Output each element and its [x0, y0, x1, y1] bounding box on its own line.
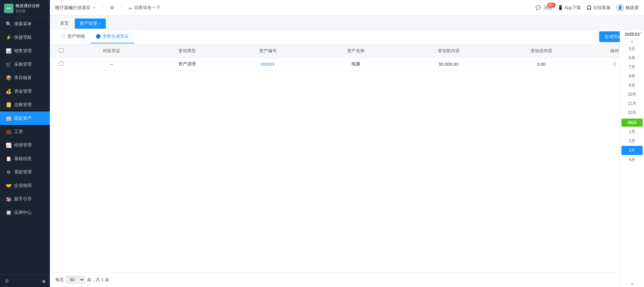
- row-checkbox[interactable]: [59, 61, 63, 66]
- sidebar-item-operation[interactable]: 📈 经营管理: [0, 138, 50, 152]
- salary-icon: 💼: [5, 129, 11, 134]
- sidebar-item-label: 企业协同: [14, 183, 32, 189]
- col-header-checkbox: [50, 44, 72, 58]
- fixed-icon: 🏢: [5, 116, 11, 121]
- sidebar: AtA 畅捷通好业财 普及版 🔍 搜索菜单 ⚡ 快捷导航 📊 销售管理 🛒 采购…: [0, 0, 50, 287]
- sidebar-item-sales[interactable]: 📊 销售管理: [0, 44, 50, 58]
- month-list: 5月 6月 7月 8月 9月 10月 11月: [620, 44, 644, 281]
- month-item-2023-2[interactable]: 2月: [620, 136, 644, 146]
- online-service-button[interactable]: 🎧 在线客服: [586, 5, 611, 11]
- sidebar-item-search[interactable]: 🔍 搜索菜单: [0, 17, 50, 31]
- sidebar-item-label: 应用中心: [14, 210, 32, 216]
- row-change-type: 资产清理: [151, 58, 224, 71]
- app-icon: 🔲: [5, 210, 11, 215]
- sidebar-item-label: 系统管理: [14, 169, 32, 175]
- month-item-9[interactable]: 9月: [620, 81, 644, 90]
- delete-icon[interactable]: 🗑: [612, 61, 617, 67]
- message-icon: 💬: [535, 5, 541, 10]
- table-row: -- 资产清理 000001 电脑 50,000.00 0.00 🗑: [50, 58, 644, 71]
- dropdown-icon: ▼: [92, 6, 96, 10]
- sidebar-item-app[interactable]: 🔲 应用中心: [0, 206, 50, 219]
- per-page-label: 每页: [55, 277, 64, 283]
- operation-icon: 📈: [5, 142, 11, 148]
- sidebar-item-capital[interactable]: 💰 资金管理: [0, 85, 50, 98]
- row-asset-num: 000001: [224, 58, 312, 71]
- tab-home[interactable]: 首页: [55, 18, 73, 29]
- row-asset-name: 电脑: [312, 58, 400, 71]
- sub-tab-bar: 📄 资产明细 🔵 变更生成凭证 生成凭证 ▼: [50, 29, 644, 44]
- data-table: 对应凭证 变动类型 资产编号 资产名称 变动前内容: [50, 44, 644, 71]
- sidebar-nav: 🔍 搜索菜单 ⚡ 快捷导航 📊 销售管理 🛒 采购管理 📦 库存核算 💰 资金管…: [0, 17, 50, 275]
- col-header-after: 变动后内容: [497, 44, 585, 58]
- col-header-num: 资产编号: [224, 44, 312, 58]
- avatar: 👤: [616, 4, 624, 12]
- topbar-right: 💬 99+ 消息 📱 App下载 🎧 在线客服 👤 畅捷通: [535, 4, 639, 12]
- col-header-name: 资产名称: [312, 44, 400, 58]
- month-item-10[interactable]: 10月: [620, 90, 644, 99]
- pagination: 每页 10 20 50 100 条，共 1 条: [50, 272, 644, 287]
- change-voucher-icon: 🔵: [96, 34, 101, 39]
- download-icon: 📱: [558, 5, 563, 10]
- sidebar-item-fixed[interactable]: 🏢 固定资产: [0, 111, 50, 125]
- month-item-6[interactable]: 6月: [620, 54, 644, 63]
- sidebar-item-coop[interactable]: 🤝 企业协同: [0, 179, 50, 192]
- service-icon: 🎧: [586, 5, 592, 10]
- month-item-2023-1[interactable]: 1月: [620, 127, 644, 136]
- sidebar-item-system[interactable]: ⚙ 系统管理: [0, 165, 50, 179]
- row-before: 50,000.00: [400, 58, 497, 71]
- panel-expand-button[interactable]: ⤢: [638, 31, 642, 36]
- sidebar-item-basic[interactable]: 📋 基础信息: [0, 152, 50, 165]
- tab-asset-mgmt[interactable]: 资产管理 ×: [75, 19, 106, 29]
- panel-close-button[interactable]: ✕: [631, 31, 635, 36]
- tab-asset-detail[interactable]: 📄 资产明细: [55, 30, 90, 43]
- month-item-12[interactable]: 12月: [620, 108, 644, 117]
- sidebar-bottom: ⚙ ◀: [0, 275, 50, 287]
- sidebar-item-label: 快捷导航: [14, 34, 32, 40]
- per-page-select[interactable]: 10 20 50 100: [66, 276, 85, 284]
- month-item-2023-3[interactable]: 3月: [621, 146, 643, 155]
- logo-sub: 普及版: [16, 9, 40, 13]
- search-icon: 🔍: [5, 21, 11, 27]
- coop-icon: 🤝: [5, 183, 11, 188]
- sidebar-item-label: 新手引导: [14, 196, 32, 202]
- date-panel: ✕ ⤢ 2023.03 ▲ 5月 6月 7月 8月 9月: [620, 29, 644, 287]
- settings-icon[interactable]: ⚙: [5, 278, 9, 284]
- sidebar-item-guide[interactable]: 📚 新手引导: [0, 192, 50, 206]
- month-item-7[interactable]: 7月: [620, 63, 644, 72]
- month-item-11[interactable]: 11月: [620, 99, 644, 108]
- sidebar-item-inventory[interactable]: 📦 库存核算: [0, 71, 50, 85]
- sidebar-item-salary[interactable]: 💼 工资: [0, 125, 50, 138]
- tab-change-voucher[interactable]: 🔵 变更生成凭证: [90, 30, 134, 43]
- sidebar-item-label: 基础信息: [14, 156, 32, 162]
- tabbar: 首页 资产管理 ×: [50, 15, 644, 29]
- collapse-icon[interactable]: ◀: [41, 278, 45, 284]
- data-table-wrap: 对应凭证 变动类型 资产编号 资产名称 变动前内容: [50, 44, 644, 272]
- logo-icon: AtA: [4, 4, 13, 13]
- sidebar-logo: AtA 畅捷通好业财 普及版: [0, 0, 50, 17]
- sidebar-item-quicknav[interactable]: ⚡ 快捷导航: [0, 31, 50, 44]
- purchase-icon: 🛒: [5, 62, 11, 67]
- sidebar-item-label: 资金管理: [14, 88, 32, 94]
- scroll-down-arrow[interactable]: ▼: [620, 281, 644, 287]
- topbar-divider: [103, 4, 103, 11]
- experience-button[interactable]: ☁ 我要体验一下: [128, 5, 160, 11]
- sidebar-item-label: 搜索菜单: [14, 21, 32, 27]
- row-after: 0.00: [497, 58, 585, 71]
- select-all-checkbox[interactable]: [59, 48, 63, 53]
- main-area: 医疗器械行业演示 ▼ ⚙ ☁ 我要体验一下 💬 99+ 消息 📱 App下载 🎧…: [50, 0, 644, 287]
- scroll-up-arrow[interactable]: ▲: [620, 38, 644, 44]
- sidebar-item-ledger[interactable]: 📒 总账管理: [0, 98, 50, 111]
- month-item-5[interactable]: 5月: [620, 44, 644, 54]
- app-download-button[interactable]: 📱 App下载: [558, 5, 581, 11]
- user-menu[interactable]: 👤 畅捷通: [616, 4, 639, 12]
- tab-close-icon[interactable]: ×: [99, 22, 101, 26]
- message-button[interactable]: 💬 99+ 消息: [535, 5, 552, 11]
- total-text: 条，共 1 条: [87, 277, 109, 283]
- month-item-2023-4[interactable]: 4月: [620, 155, 644, 164]
- company-selector[interactable]: 医疗器械行业演示 ▼: [55, 5, 96, 11]
- month-item-8[interactable]: 8月: [620, 72, 644, 81]
- sidebar-item-purchase[interactable]: 🛒 采购管理: [0, 58, 50, 71]
- gear-icon[interactable]: ⚙: [110, 5, 114, 11]
- col-header-voucher: 对应凭证: [72, 44, 151, 58]
- inventory-icon: 📦: [5, 75, 11, 81]
